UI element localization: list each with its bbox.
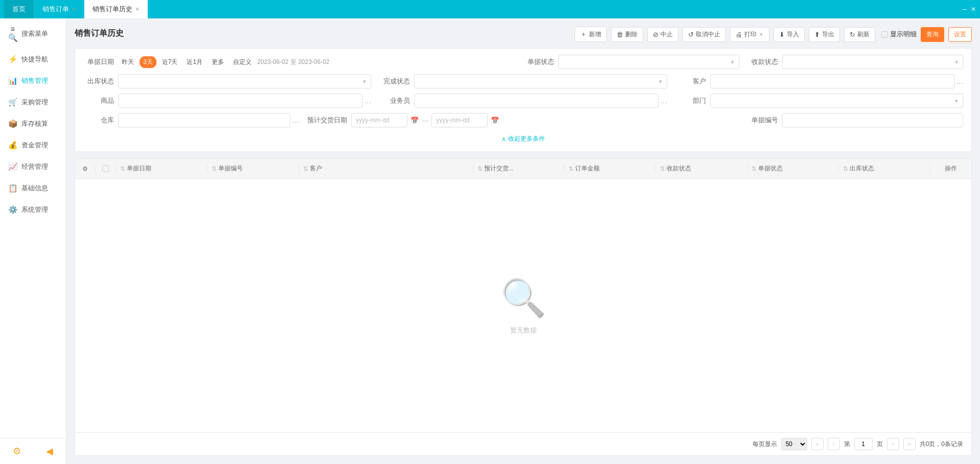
outbound-status-label: 出库状态 (83, 77, 114, 86)
sidebar-item-base-info-label: 基础信息 (21, 184, 48, 193)
tab-sales-order-history[interactable]: 销售订单历史 × (84, 0, 148, 18)
th-bill-number[interactable]: ⇅ 单据编号 (208, 164, 299, 173)
sidebar-bottom: ⚙ ◀ (0, 438, 66, 464)
prev-page-button[interactable]: ‹ (828, 438, 840, 450)
receipt-status-select[interactable] (782, 55, 963, 69)
department-select[interactable] (710, 94, 963, 108)
import-label: 导入 (787, 30, 799, 39)
filter-goods: 商品 ... (83, 94, 371, 108)
display-toggle-checkbox[interactable] (881, 31, 888, 38)
window-close[interactable]: ✕ (971, 6, 976, 13)
stop-button[interactable]: ⊘ 中止 (647, 27, 678, 42)
date-quick-buttons: 昨天 3天 近7天 近1月 更多 自定义 (118, 56, 255, 68)
sidebar-item-sys-mgmt[interactable]: ⚙️ 系统管理 (0, 199, 66, 220)
inventory-check-icon: 📦 (8, 119, 17, 128)
th-bill-date[interactable]: ⇅ 单据日期 (116, 164, 208, 173)
sidebar-item-search-menu[interactable]: ≡🔍 搜索菜单 (0, 18, 66, 49)
import-icon: ⬇ (779, 31, 785, 38)
complete-status-select[interactable] (414, 74, 667, 89)
sidebar-item-ops-mgmt[interactable]: 📈 经营管理 (0, 156, 66, 178)
sidebar-collapse-icon[interactable]: ◀ (43, 443, 56, 460)
customer-dots[interactable]: ... (956, 77, 963, 86)
th-checkbox[interactable] (96, 165, 116, 172)
setting-button[interactable]: 设置 (948, 27, 972, 42)
next-page-button[interactable]: › (887, 438, 899, 450)
tab-sales-order-history-close[interactable]: × (135, 6, 139, 13)
date-btn-1month[interactable]: 近1月 (183, 56, 206, 68)
bill-number-input[interactable] (782, 113, 963, 127)
expected-date-end[interactable] (431, 113, 488, 127)
table-empty: 🔍 暂无数据 (75, 179, 971, 432)
th-receipt-status[interactable]: ⇅ 收款状态 (656, 164, 747, 173)
date-btn-more[interactable]: 更多 (208, 56, 227, 68)
export-button[interactable]: ⬆ 导出 (809, 27, 840, 42)
tab-sales-order[interactable]: 销售订单 × (34, 0, 84, 18)
th-expected-date[interactable]: ⇅ 预计交货... (473, 164, 565, 173)
first-page-button[interactable]: « (811, 438, 824, 450)
tab-sales-order-close[interactable]: × (72, 6, 76, 13)
th-customer[interactable]: ⇅ 客户 (299, 164, 473, 173)
goods-control: ... (118, 94, 371, 108)
sidebar-item-ops-mgmt-label: 经营管理 (21, 162, 48, 171)
tab-home[interactable]: 首页 (4, 0, 34, 18)
calendar-end-icon[interactable]: 📅 (491, 117, 499, 124)
salesperson-control: ... (414, 94, 667, 108)
empty-illustration: 🔍 (500, 276, 546, 320)
print-arrow-icon: ▼ (759, 32, 764, 37)
department-select-wrap: ▼ (710, 94, 963, 108)
th-order-amount[interactable]: ⇅ 订单金额 (564, 164, 656, 173)
sidebar-item-purchase-mgmt-label: 采购管理 (21, 98, 48, 107)
sidebar-item-base-info[interactable]: 📋 基础信息 (0, 178, 66, 199)
date-btn-7days[interactable]: 近7天 (158, 56, 181, 68)
last-page-button[interactable]: » (903, 438, 916, 450)
quick-nav-icon: ⚡ (8, 55, 17, 64)
filter-row-4: 仓库 ... 预计交货日期 📅 — 📅 (83, 113, 963, 127)
new-button[interactable]: ＋ 新增 (575, 27, 607, 42)
filter-bill-status: 单据状态 ▼ (523, 55, 739, 69)
th-outbound-status[interactable]: ⇅ 出库状态 (839, 164, 930, 173)
sidebar-item-sales-mgmt[interactable]: 📊 销售管理 (0, 70, 66, 92)
warehouse-dots[interactable]: ... (292, 116, 299, 125)
date-btn-custom[interactable]: 自定义 (230, 56, 255, 68)
bill-status-select[interactable] (558, 55, 739, 69)
department-label: 部门 (675, 96, 706, 105)
goods-dots[interactable]: ... (364, 96, 371, 105)
new-icon: ＋ (580, 30, 587, 39)
query-button[interactable]: 查询 (921, 27, 944, 42)
print-button[interactable]: 🖨 打印 ▼ (730, 27, 769, 42)
expected-date-start[interactable] (351, 113, 407, 127)
page-number-input[interactable] (854, 438, 873, 450)
import-button[interactable]: ⬇ 导入 (773, 27, 805, 42)
sidebar-item-purchase-mgmt[interactable]: 🛒 采购管理 (0, 92, 66, 113)
goods-input[interactable] (118, 94, 362, 108)
date-btn-today[interactable]: 昨天 (118, 56, 138, 68)
customer-input[interactable] (710, 74, 954, 89)
sidebar-item-inventory-check-label: 库存核算 (21, 119, 48, 128)
th-settings[interactable]: ⚙ (75, 165, 96, 172)
salesperson-dots[interactable]: ... (660, 96, 667, 105)
sidebar-item-inventory-check[interactable]: 📦 库存核算 (0, 113, 66, 135)
calendar-start-icon[interactable]: 📅 (411, 117, 419, 124)
setting-label: 设置 (954, 30, 966, 39)
salesperson-input[interactable] (414, 94, 658, 108)
tab-sales-order-history-label: 销售订单历史 (93, 5, 132, 14)
refresh-button[interactable]: ↻ 刷新 (844, 27, 875, 42)
collapse-row[interactable]: ∧ 收起更多条件 (83, 132, 963, 145)
bill-number-label: 单据编号 (747, 116, 778, 125)
sidebar-item-sys-mgmt-label: 系统管理 (21, 205, 48, 214)
date-btn-3days[interactable]: 3天 (140, 56, 156, 68)
sidebar-item-quick-nav-label: 快捷导航 (21, 55, 48, 64)
window-minimize[interactable]: ─ (962, 6, 967, 13)
refresh-label: 刷新 (857, 30, 870, 39)
total-text: 共0页，0条记录 (920, 440, 963, 449)
sidebar-item-quick-nav[interactable]: ⚡ 快捷导航 (0, 49, 66, 70)
cancel-stop-button[interactable]: ↺ 取消中止 (682, 27, 726, 42)
ops-mgmt-icon: 📈 (8, 162, 17, 171)
th-bill-status[interactable]: ⇅ 单据状态 (747, 164, 839, 173)
outbound-status-select[interactable] (118, 74, 371, 89)
sidebar-gear-icon[interactable]: ⚙ (10, 443, 24, 460)
page-size-select[interactable]: 50 10 20 100 (781, 438, 807, 450)
delete-button[interactable]: 🗑 删除 (611, 27, 643, 42)
warehouse-input[interactable] (118, 113, 290, 127)
sidebar-item-fund-mgmt[interactable]: 💰 资金管理 (0, 135, 66, 156)
